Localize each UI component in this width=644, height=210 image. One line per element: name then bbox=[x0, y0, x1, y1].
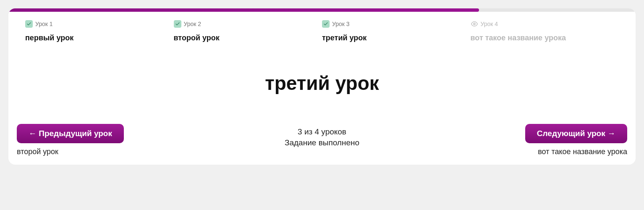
lesson-head: Урок 2 bbox=[174, 20, 314, 28]
lesson-counter: 3 из 4 уроков bbox=[220, 127, 424, 136]
lesson-nav-footer: ← Предыдущий урок второй урок 3 из 4 уро… bbox=[8, 124, 636, 165]
check-icon bbox=[25, 20, 33, 28]
lesson-item-4[interactable]: Урок 4 вот такое название урока bbox=[471, 20, 619, 42]
lesson-title: третий урок bbox=[322, 34, 462, 42]
eye-icon bbox=[471, 20, 478, 28]
lesson-status: Задание выполнено bbox=[220, 138, 424, 147]
progress-bar-track bbox=[8, 8, 636, 12]
lessons-list: Урок 1 первый урок Урок 2 второй урок Ур… bbox=[8, 12, 636, 55]
lesson-title: первый урок bbox=[25, 34, 165, 42]
check-icon bbox=[174, 20, 181, 28]
lesson-head: Урок 1 bbox=[25, 20, 165, 28]
page-title: третий урок bbox=[8, 72, 636, 94]
lesson-title: второй урок bbox=[174, 34, 314, 42]
lesson-label: Урок 1 bbox=[35, 21, 53, 27]
progress-status: 3 из 4 уроков Задание выполнено bbox=[220, 124, 424, 147]
lesson-label: Урок 2 bbox=[184, 21, 202, 27]
next-lesson-button[interactable]: Следующий урок → bbox=[525, 124, 627, 143]
lesson-label: Урок 4 bbox=[481, 21, 498, 27]
svg-point-0 bbox=[474, 23, 475, 25]
check-icon bbox=[322, 20, 330, 28]
lesson-card: Урок 1 первый урок Урок 2 второй урок Ур… bbox=[8, 8, 636, 165]
prev-lesson-title: второй урок bbox=[17, 147, 220, 156]
lesson-item-2[interactable]: Урок 2 второй урок bbox=[174, 20, 322, 42]
prev-lesson-button[interactable]: ← Предыдущий урок bbox=[17, 124, 124, 143]
lesson-label: Урок 3 bbox=[332, 21, 350, 27]
prev-block: ← Предыдущий урок второй урок bbox=[17, 124, 220, 156]
next-block: Следующий урок → вот такое название урок… bbox=[424, 124, 627, 156]
lesson-title: вот такое название урока bbox=[471, 34, 611, 42]
next-lesson-title: вот такое название урока bbox=[424, 147, 627, 156]
lesson-item-1[interactable]: Урок 1 первый урок bbox=[25, 20, 174, 42]
progress-bar-fill bbox=[8, 8, 479, 12]
lesson-head: Урок 4 bbox=[471, 20, 611, 28]
lesson-head: Урок 3 bbox=[322, 20, 462, 28]
lesson-item-3[interactable]: Урок 3 третий урок bbox=[322, 20, 471, 42]
